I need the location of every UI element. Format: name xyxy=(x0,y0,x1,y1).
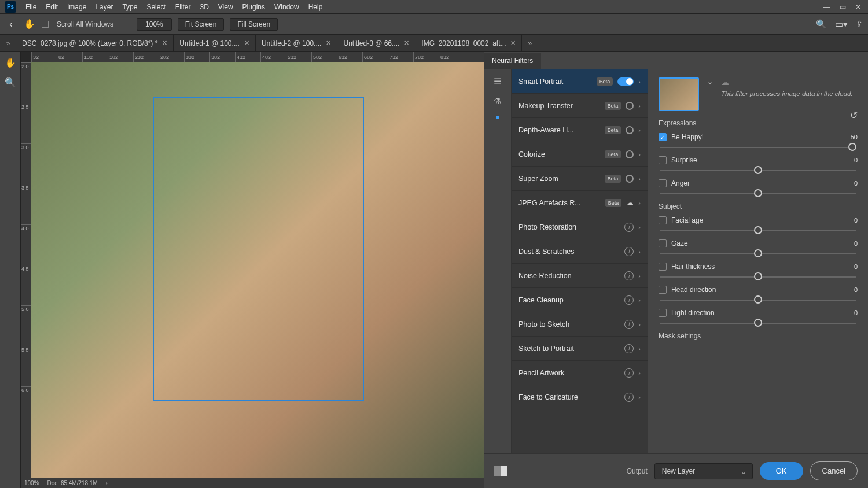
menu-layer[interactable]: Layer xyxy=(91,3,117,11)
menu-edit[interactable]: Edit xyxy=(41,3,62,11)
slider-thumb[interactable] xyxy=(754,295,762,304)
slider-track[interactable] xyxy=(660,193,856,194)
filter-row[interactable]: JPEG Artefacts R...Beta☁› xyxy=(512,191,648,215)
filter-row[interactable]: Pencil Artworki› xyxy=(512,361,648,385)
slider-thumb[interactable] xyxy=(754,166,762,174)
slider-track[interactable] xyxy=(660,300,856,301)
slider-thumb[interactable] xyxy=(754,249,762,257)
menu-filter[interactable]: Filter xyxy=(171,3,196,11)
fill-screen-button[interactable]: Fill Screen xyxy=(230,18,278,31)
doc-tab[interactable]: Untitled-3 @ 66....✕ xyxy=(337,35,415,51)
face-dropdown-icon[interactable]: ⌄ xyxy=(707,77,713,86)
close-tab-icon[interactable]: ✕ xyxy=(244,39,249,47)
workspace-icon[interactable]: ▭▾ xyxy=(835,19,848,29)
info-icon[interactable]: i xyxy=(624,295,634,305)
split-preview-icon[interactable] xyxy=(494,466,507,476)
slider-checkbox[interactable] xyxy=(659,263,667,271)
filter-row[interactable]: Dust & Scratchesi› xyxy=(512,239,648,264)
slider-track[interactable] xyxy=(660,253,856,254)
slider-track[interactable] xyxy=(660,147,856,148)
scroll-tabs-icon[interactable]: » xyxy=(524,39,535,47)
canvas[interactable] xyxy=(31,62,484,478)
slider-checkbox[interactable] xyxy=(659,309,667,317)
sliders-icon[interactable]: ☰ xyxy=(494,76,501,87)
slider-checkbox[interactable] xyxy=(659,216,667,224)
minimize-icon[interactable]: — xyxy=(823,3,830,11)
close-tab-icon[interactable]: ✕ xyxy=(510,39,516,47)
filter-toggle[interactable] xyxy=(626,150,634,158)
slider-thumb[interactable] xyxy=(754,272,762,280)
slider-track[interactable] xyxy=(660,230,856,231)
slider-thumb[interactable] xyxy=(754,226,762,234)
filter-row[interactable]: Photo to Sketchi› xyxy=(512,312,648,337)
zoom-level[interactable]: 100% xyxy=(137,18,172,31)
doc-tab[interactable]: Untitled-2 @ 100....✕ xyxy=(256,35,338,51)
menu-type[interactable]: Type xyxy=(117,3,142,11)
filter-row[interactable]: Depth-Aware H...Beta› xyxy=(512,118,648,142)
filter-row[interactable]: Super ZoomBeta› xyxy=(512,167,648,191)
menu-plugins[interactable]: Plugins xyxy=(238,3,270,11)
filter-row[interactable]: Face Cleanupi› xyxy=(512,288,648,312)
status-chevron-icon[interactable]: › xyxy=(106,480,108,486)
filter-row[interactable]: Photo Restorationi› xyxy=(512,215,648,239)
slider-checkbox[interactable]: ✓ xyxy=(659,133,667,141)
maximize-icon[interactable]: ▭ xyxy=(840,3,846,11)
slider-track[interactable] xyxy=(660,276,856,278)
filter-row[interactable]: Smart PortraitBeta› xyxy=(512,69,648,94)
slider-thumb[interactable] xyxy=(754,319,762,327)
cloud-download-icon[interactable]: ☁ xyxy=(626,198,634,207)
info-icon[interactable]: i xyxy=(624,320,634,329)
ok-button[interactable]: OK xyxy=(760,462,803,480)
face-thumbnail[interactable] xyxy=(659,77,699,111)
info-icon[interactable]: i xyxy=(624,344,634,353)
flask-icon[interactable]: ⚗ xyxy=(494,96,501,106)
search-icon[interactable]: 🔍 xyxy=(816,19,827,29)
share-icon[interactable]: ⇪ xyxy=(856,19,863,29)
filter-row[interactable]: ColorizeBeta› xyxy=(512,142,648,167)
scroll-all-checkbox[interactable] xyxy=(42,21,49,28)
doc-tab[interactable]: Untitled-1 @ 100....✕ xyxy=(174,35,256,51)
tablist-menu-icon[interactable]: » xyxy=(0,39,16,47)
slider-track[interactable] xyxy=(660,323,856,324)
close-icon[interactable]: ✕ xyxy=(855,3,861,11)
slider-checkbox[interactable] xyxy=(659,156,667,164)
filter-toggle[interactable] xyxy=(626,102,634,110)
doc-tab[interactable]: IMG_20201108_0002_aft...✕ xyxy=(415,35,522,51)
cancel-button[interactable]: Cancel xyxy=(810,461,858,480)
info-icon[interactable]: i xyxy=(624,393,634,402)
slider-thumb[interactable] xyxy=(754,189,762,197)
filter-row[interactable]: Sketch to Portraiti› xyxy=(512,337,648,361)
nf-tab-title[interactable]: Neural Filters xyxy=(484,53,541,69)
close-tab-icon[interactable]: ✕ xyxy=(404,39,409,47)
menu-3d[interactable]: 3D xyxy=(195,3,213,11)
menu-file[interactable]: File xyxy=(21,3,41,11)
filter-row[interactable]: Noise Reductioni› xyxy=(512,264,648,288)
fit-screen-button[interactable]: Fit Screen xyxy=(178,18,225,31)
slider-checkbox[interactable] xyxy=(659,286,667,294)
info-icon[interactable]: i xyxy=(624,247,634,256)
reset-icon[interactable]: ↺ xyxy=(850,110,858,121)
filter-row[interactable]: Makeup TransferBeta› xyxy=(512,94,648,118)
hand-tool-icon[interactable]: ✋ xyxy=(23,18,36,31)
output-select[interactable]: New Layer ⌄ xyxy=(654,463,753,479)
filter-row[interactable]: Face to Caricaturei› xyxy=(512,385,648,409)
slider-checkbox[interactable] xyxy=(659,239,667,247)
slider-checkbox[interactable] xyxy=(659,179,667,187)
slider-track[interactable] xyxy=(660,170,856,171)
filter-toggle[interactable] xyxy=(626,175,634,183)
menu-select[interactable]: Select xyxy=(142,3,170,11)
slider-thumb[interactable] xyxy=(848,143,856,151)
menu-view[interactable]: View xyxy=(214,3,238,11)
doc-tab[interactable]: DSC_0278.jpg @ 100% (Layer 0, RGB/8*) *✕ xyxy=(16,35,174,51)
filter-toggle[interactable] xyxy=(617,77,634,86)
info-icon[interactable]: i xyxy=(624,368,634,378)
menu-help[interactable]: Help xyxy=(304,3,328,11)
filter-toggle[interactable] xyxy=(626,126,634,134)
back-button[interactable]: ‹ xyxy=(5,18,17,31)
info-icon[interactable]: i xyxy=(624,223,634,232)
close-tab-icon[interactable]: ✕ xyxy=(162,39,167,47)
menu-window[interactable]: Window xyxy=(270,3,304,11)
menu-image[interactable]: Image xyxy=(62,3,91,11)
info-icon[interactable]: i xyxy=(624,271,634,280)
close-tab-icon[interactable]: ✕ xyxy=(326,39,331,47)
